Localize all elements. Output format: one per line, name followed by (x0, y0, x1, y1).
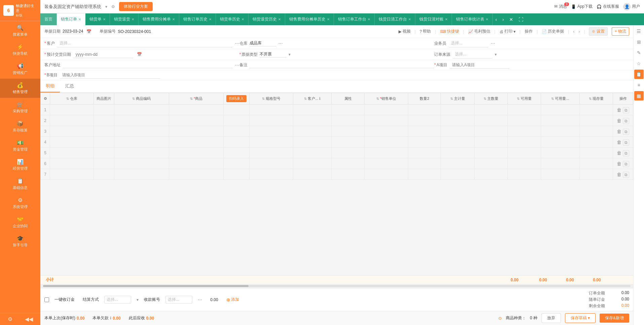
sidebar-item-purchase[interactable]: 🛒 采购管理 (0, 98, 40, 117)
profit-btn[interactable]: 📈 毛利预估 (468, 29, 490, 34)
save-draft-arrow-icon[interactable]: ▾ (588, 316, 590, 320)
shortcut-btn[interactable]: ⌨ 快捷键 (440, 29, 459, 34)
row-5-code[interactable] (114, 148, 169, 158)
row-6-main-qty[interactable] (474, 158, 507, 169)
tab-more-btn[interactable]: ✕ (506, 17, 516, 22)
tab-daily-workbench[interactable]: 钱货日清工作台 ✕ (375, 13, 415, 25)
tab-expand-btn[interactable]: ⛶ (516, 17, 526, 22)
current-debt-info-icon[interactable]: ℹ (110, 316, 111, 320)
right-sidebar-icon-1[interactable]: ☰ (634, 27, 644, 36)
warehouse-value[interactable]: 成品库 (250, 40, 276, 46)
tab-close-order-workbench[interactable]: ✕ (368, 17, 370, 21)
sidebar-item-inventory[interactable]: 📦 库存核算 (0, 117, 40, 136)
row-3-product[interactable] (169, 126, 224, 137)
row-6-qty2[interactable] (408, 158, 441, 169)
online-service-btn[interactable]: 🎧 在线客服 (597, 4, 619, 9)
add-material-btn[interactable]: + 物流 (612, 27, 629, 36)
nav-next-icon[interactable]: › (578, 29, 580, 34)
row-1-warehouse[interactable] (50, 105, 94, 115)
tab-close-fee-split[interactable]: ✕ (172, 17, 175, 21)
row-5-customer-code[interactable] (293, 148, 332, 158)
date-value[interactable]: 2023-03-24 (63, 29, 83, 34)
help-btn[interactable]: ? 帮助 (420, 29, 431, 34)
tab-home[interactable]: 首页 (40, 13, 57, 25)
row-2-qty2[interactable] (408, 115, 441, 126)
delete-row-6-icon[interactable]: 🗑 (617, 161, 621, 166)
tab-sales-return[interactable]: 销货退货 ✕ (110, 13, 139, 25)
col-unit[interactable]: ⇅ *销售单位 (364, 93, 408, 105)
row-4-spec[interactable] (250, 137, 293, 148)
row-1-code[interactable] (114, 105, 169, 115)
sidebar-item-enterprise[interactable]: 🤝 企业协同 (0, 213, 40, 232)
b-project-input[interactable] (60, 72, 160, 79)
row-3-warehouse[interactable] (50, 126, 94, 137)
table-scrollbar[interactable] (40, 284, 633, 288)
discard-btn[interactable]: 放弃 (541, 313, 561, 323)
message-btn[interactable]: ✉ 9 消息 (554, 4, 567, 9)
delete-row-5-icon[interactable]: 🗑 (617, 150, 621, 156)
settings-icon[interactable]: ⚙ (8, 316, 12, 322)
scrollbar-thumb[interactable] (43, 285, 249, 287)
row-7-code[interactable] (114, 169, 169, 180)
tab-prev-btn[interactable]: ‹ (493, 17, 500, 22)
row-3-customer-code[interactable] (293, 126, 332, 137)
row-2-spec[interactable] (250, 115, 293, 126)
row-4-product[interactable] (169, 137, 224, 148)
row-1-unit[interactable] (364, 105, 408, 115)
a-project-input[interactable] (449, 62, 510, 69)
row-2-main-qty[interactable] (474, 115, 507, 126)
copy-row-1-icon[interactable]: ⧉ (623, 107, 629, 113)
row-3-qty2[interactable] (408, 126, 441, 137)
row-5-main-qty[interactable] (474, 148, 507, 158)
row-1-product[interactable] (169, 105, 224, 115)
copy-row-7-icon[interactable]: ⧉ (623, 172, 629, 178)
tab-close-sales-invoice[interactable]: ✕ (103, 17, 106, 21)
nav-prev-icon[interactable]: ‹ (573, 29, 574, 34)
row-5-product[interactable] (169, 148, 224, 158)
operations-btn[interactable]: 操作 (525, 29, 533, 34)
tab-stats-table[interactable]: 销售订单统计表 ✕ (452, 13, 493, 25)
address-more-icon[interactable]: ··· (235, 62, 239, 68)
tab-order-workbench[interactable]: 销售订单工作台 ✕ (334, 13, 375, 25)
row-4-code[interactable] (114, 137, 169, 148)
sidebar-item-system[interactable]: ⚙ 系统管理 (0, 194, 40, 213)
delivery-date-input[interactable] (73, 51, 134, 58)
sidebar-item-marketing[interactable]: 📢 营销推广 (0, 59, 40, 79)
collapse-icon[interactable]: ◀◀ (25, 316, 33, 322)
row-3-unit[interactable] (364, 126, 408, 137)
sidebar-item-quicknav[interactable]: ⚡ 快捷导航 (0, 40, 40, 59)
invoice-type-value[interactable]: 不开票 (260, 51, 287, 57)
tab-return-history[interactable]: 销货退货历史 ✕ (249, 13, 285, 25)
copy-row-3-icon[interactable]: ⧉ (623, 129, 629, 135)
row-2-unit[interactable] (364, 115, 408, 126)
right-sidebar-icon-2[interactable]: ⊞ (634, 37, 644, 47)
tab-fee-split[interactable]: 销售费用分摊单 ✕ (139, 13, 179, 25)
col-product[interactable]: ⇅ *商品 (169, 93, 224, 105)
settings-btn[interactable]: ⊙ 设置 (589, 27, 607, 36)
row-1-customer-code[interactable] (293, 105, 332, 115)
delete-row-1-icon[interactable]: 🗑 (617, 107, 621, 113)
save-new-btn[interactable]: 保存&新增 (600, 314, 629, 323)
tab-detail[interactable]: 明细 (40, 80, 60, 92)
row-6-warehouse[interactable] (50, 158, 94, 169)
row-5-warehouse[interactable] (50, 148, 94, 158)
row-6-unit[interactable] (364, 158, 408, 169)
calendar-icon[interactable]: 📅 (86, 29, 91, 34)
row-5-unit[interactable] (364, 148, 408, 158)
sidebar-item-management[interactable]: 📊 经营管理 (0, 155, 40, 174)
tab-summary[interactable]: 汇总 (60, 80, 79, 92)
tab-close-fee-history[interactable]: ✕ (327, 17, 330, 21)
tab-close-order-history[interactable]: ✕ (209, 17, 212, 21)
col-avail[interactable]: ⇅ 可用量 (508, 93, 541, 105)
copy-row-6-icon[interactable]: ⧉ (623, 161, 629, 167)
col-customer-code[interactable]: ⇅ 客户... ℹ (293, 93, 332, 105)
row-7-product[interactable] (169, 169, 224, 180)
col-stock[interactable]: ⇅ 现存量 (579, 93, 613, 105)
delete-row-4-icon[interactable]: 🗑 (617, 139, 621, 145)
tab-daily-reconcile[interactable]: 钱货日清对账 ✕ (415, 13, 452, 25)
row-7-main-qty[interactable] (474, 169, 507, 180)
row-6-spec[interactable] (250, 158, 293, 169)
salesperson-more-icon[interactable]: ··· (491, 40, 495, 46)
right-sidebar-list-btn[interactable]: ≡ (634, 80, 644, 90)
row-4-main-qty[interactable] (474, 137, 507, 148)
